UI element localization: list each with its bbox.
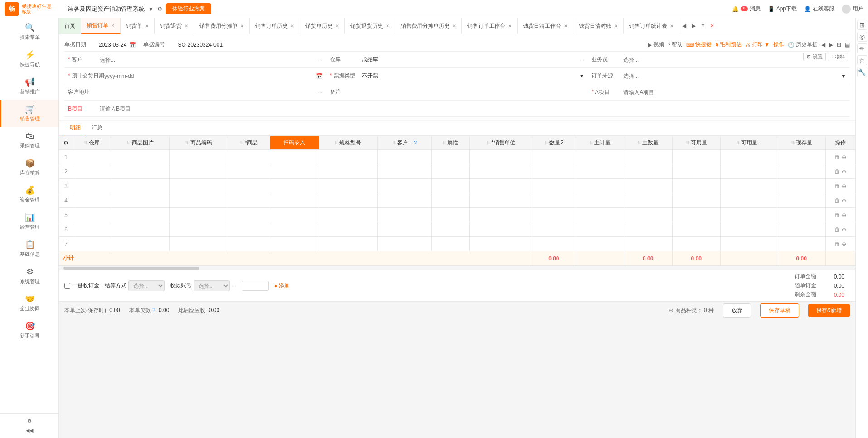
order-source-dropdown-icon[interactable]: ▼ xyxy=(841,73,846,79)
tab-close-icon[interactable]: ✕ xyxy=(452,24,456,29)
expand-icon[interactable]: ⊞ xyxy=(837,42,841,48)
tab-close-icon[interactable]: ✕ xyxy=(508,24,512,29)
tab-menu-btn[interactable]: ≡ xyxy=(698,18,707,34)
calendar-icon[interactable]: 📅 xyxy=(129,42,136,48)
address-input[interactable] xyxy=(100,89,318,96)
row-delete-icon[interactable]: 🗑 xyxy=(834,226,840,233)
row-delete-icon[interactable]: 🗑 xyxy=(834,212,840,218)
nav-next-icon[interactable]: ▶ xyxy=(829,42,833,48)
row-delete-icon[interactable]: 🗑 xyxy=(834,241,840,247)
row-copy-icon[interactable]: ⊕ xyxy=(842,183,846,189)
row-copy-icon[interactable]: ⊕ xyxy=(842,168,846,175)
save-draft-btn[interactable]: 保存草稿 xyxy=(760,303,799,318)
account-expand-icon[interactable]: ··· xyxy=(232,283,236,289)
scroll-area[interactable] xyxy=(59,266,855,270)
tab-sales-bill-history[interactable]: 销货单历史 ✕ xyxy=(300,18,345,34)
customer-expand-icon[interactable]: ··· xyxy=(318,57,323,63)
tab-sales-return[interactable]: 销货退货 ✕ xyxy=(155,18,194,34)
note-input[interactable] xyxy=(362,89,585,96)
tab-sales-order[interactable]: 销售订单 ✕ xyxy=(81,18,121,34)
payment-select[interactable]: 选择... xyxy=(128,280,165,291)
b-project-input[interactable] xyxy=(100,106,846,112)
operate-tool[interactable]: 操作 xyxy=(773,41,784,48)
table-settings-icon[interactable]: ⚙ xyxy=(63,140,68,146)
sub-tab-summary[interactable]: 汇总 xyxy=(86,121,108,135)
calendar2-icon[interactable]: 📅 xyxy=(316,73,323,79)
sidebar-item-marketing[interactable]: 📢 营销推广 xyxy=(0,72,58,100)
save-new-btn[interactable]: 保存&新增 xyxy=(808,304,850,317)
sidebar-item-quick-nav[interactable]: ⚡ 快捷导航 xyxy=(0,45,58,72)
sidebar-collapse-btn[interactable]: ◀◀ xyxy=(26,428,33,433)
shortcut-tool[interactable]: ⌨ 快捷键 xyxy=(686,41,712,48)
sidebar-item-inventory[interactable]: 📦 库存核算 xyxy=(0,154,58,181)
tab-close-icon[interactable]: ✕ xyxy=(614,24,618,29)
row-copy-icon[interactable]: ⊕ xyxy=(842,212,846,218)
customer-input[interactable] xyxy=(100,57,318,63)
sidebar-item-purchase[interactable]: 🛍 采购管理 xyxy=(0,127,58,154)
tab-close-icon[interactable]: ✕ xyxy=(564,24,567,29)
row-copy-icon[interactable]: ⊕ xyxy=(842,241,846,247)
sidebar-item-guide[interactable]: 🎯 新手引导 xyxy=(0,317,58,344)
row-copy-icon[interactable]: ⊕ xyxy=(842,226,846,233)
tab-sales-workbench[interactable]: 销售订单工作台 ✕ xyxy=(462,18,518,34)
notification-btn[interactable]: 🔔 9 消息 xyxy=(732,5,761,13)
tab-sales-summary[interactable]: 销售订单统计表 ✕ xyxy=(624,18,679,34)
address-expand-icon[interactable]: ··· xyxy=(318,89,323,96)
sidebar-item-sales[interactable]: 🛒 销售管理 xyxy=(0,100,58,127)
print-tool[interactable]: 🖨 打印 ▼ xyxy=(745,41,770,48)
sidebar-item-operations[interactable]: 📊 经营管理 xyxy=(0,208,58,235)
tab-close-icon[interactable]: ✕ xyxy=(291,24,294,29)
tab-close-icon[interactable]: ✕ xyxy=(111,23,115,28)
tab-close-icon[interactable]: ✕ xyxy=(184,24,188,29)
tab-daily-workbench[interactable]: 钱货日清工作台 ✕ xyxy=(518,18,573,34)
online-service-btn[interactable]: 👤 在线客服 xyxy=(804,5,834,13)
row-copy-icon[interactable]: ⊕ xyxy=(842,197,846,204)
col-scan-btn[interactable]: 扫码录入 xyxy=(270,136,319,150)
tab-close-icon[interactable]: ✕ xyxy=(386,24,389,29)
sidebar-item-search[interactable]: 🔍 搜索菜单 xyxy=(0,18,58,45)
row-delete-icon[interactable]: 🗑 xyxy=(834,183,840,189)
sidebar-item-system[interactable]: ⚙ 系统管理 xyxy=(0,262,58,289)
discard-btn[interactable]: 放弃 xyxy=(723,303,751,318)
col-settings[interactable]: ⚙ xyxy=(59,136,73,150)
right-panel-btn-4[interactable]: ☆ xyxy=(857,55,867,65)
tab-sales-order-history[interactable]: 销售订单历史 ✕ xyxy=(250,18,300,34)
profit-tool[interactable]: ¥ 毛利预估 xyxy=(715,41,742,48)
amount-input[interactable]: 0.00 xyxy=(242,281,269,291)
settings-icon[interactable]: ⚙ xyxy=(157,6,162,12)
row-delete-icon[interactable]: 🗑 xyxy=(834,197,840,204)
sidebar-item-finance[interactable]: 💰 资金管理 xyxy=(0,181,58,208)
right-panel-btn-5[interactable]: 🔧 xyxy=(857,67,867,77)
info-icon[interactable]: ? xyxy=(152,307,155,313)
tab-close-icon[interactable]: ✕ xyxy=(145,24,149,29)
delivery-date-input[interactable] xyxy=(104,73,316,79)
tab-close-icon[interactable]: ✕ xyxy=(335,24,339,29)
tab-daily-reconcile[interactable]: 钱货日清对账 ✕ xyxy=(573,18,624,34)
settings-btn[interactable]: ⚙ 设置 xyxy=(803,53,825,61)
video-tool[interactable]: ▶ 视频 xyxy=(648,41,664,48)
sidebar-item-basic-info[interactable]: 📋 基础信息 xyxy=(0,235,58,262)
tab-return-history[interactable]: 销货退货历史 ✕ xyxy=(345,18,395,34)
scroll-thumb[interactable] xyxy=(63,267,199,270)
order-source-input[interactable] xyxy=(623,73,841,79)
tab-sales-expense[interactable]: 销售费用分摊单 ✕ xyxy=(194,18,250,34)
user-btn[interactable]: 用户 xyxy=(842,5,863,14)
tab-close-all-btn[interactable]: ✕ xyxy=(707,18,717,34)
a-project-input[interactable] xyxy=(623,89,846,96)
warehouse-expand-icon[interactable]: ··· xyxy=(580,57,584,63)
add-item-btn[interactable]: + 物料 xyxy=(828,53,848,61)
tab-close-icon[interactable]: ✕ xyxy=(670,24,674,29)
one-click-checkbox[interactable] xyxy=(64,283,70,289)
tab-next-btn[interactable]: ▶ xyxy=(689,18,698,34)
tab-home[interactable]: 首页 xyxy=(59,18,81,34)
right-panel-btn-1[interactable]: ⊞ xyxy=(857,20,867,30)
tab-close-icon[interactable]: ✕ xyxy=(240,24,244,29)
system-dropdown-icon[interactable]: ▼ xyxy=(148,6,154,12)
tab-prev-btn[interactable]: ◀ xyxy=(679,18,689,34)
industry-btn[interactable]: 体验行业方案 xyxy=(166,3,211,14)
tab-sales-bill[interactable]: 销货单 ✕ xyxy=(121,18,155,34)
row-delete-icon[interactable]: 🗑 xyxy=(834,168,840,175)
invoice-dropdown-icon[interactable]: ▼ xyxy=(579,73,584,79)
add-btn[interactable]: ● 添加 xyxy=(274,282,290,289)
nav-prev-icon[interactable]: ◀ xyxy=(821,42,825,48)
